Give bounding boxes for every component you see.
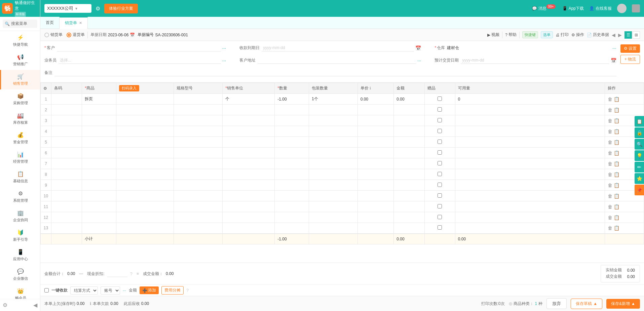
customer-more-icon[interactable]: ··· xyxy=(222,45,226,51)
gift-checkbox-5[interactable] xyxy=(438,140,442,144)
delete-row-13-button[interactable]: 🗑 xyxy=(608,225,612,231)
one-click-payment-checkbox[interactable] xyxy=(44,288,49,293)
gift-checkbox-11[interactable] xyxy=(438,204,442,208)
copy-row-13-button[interactable]: 📋 xyxy=(614,225,619,231)
view-list-button[interactable]: ☰ xyxy=(624,31,632,39)
user-avatar-2[interactable] xyxy=(632,4,640,12)
tab-home[interactable]: 首页 xyxy=(40,17,60,29)
copy-row-7-button[interactable]: 📋 xyxy=(614,161,619,166)
copy-row-11-button[interactable]: 📋 xyxy=(614,204,619,209)
sidebar-item-finance[interactable]: 💰 资金管理 xyxy=(0,128,40,148)
delete-row-6-button[interactable]: 🗑 xyxy=(608,150,612,156)
sidebar-item-marketing[interactable]: 📢 营销推广 xyxy=(0,50,40,70)
copy-row-3-button[interactable]: 📋 xyxy=(614,118,619,123)
tab-close-icon[interactable]: ✕ xyxy=(79,21,82,25)
gift-checkbox-7[interactable] xyxy=(438,161,442,165)
row-1-product[interactable]: 拆页 xyxy=(82,94,116,105)
float-pin-button[interactable]: 📌 xyxy=(635,185,644,195)
float-search-button[interactable]: 🔍 xyxy=(635,139,644,150)
nav-prev-icon[interactable]: ◀ xyxy=(612,32,615,38)
address-more-icon[interactable]: ··· xyxy=(417,58,421,63)
gift-checkbox-1[interactable] xyxy=(438,96,442,101)
row-1-quantity[interactable]: -1.00 xyxy=(275,94,309,105)
copy-row-8-button[interactable]: 📋 xyxy=(614,172,619,177)
gift-checkbox-10[interactable] xyxy=(438,193,442,198)
help-action[interactable]: ? 帮助 xyxy=(505,32,517,38)
account-more-icon[interactable]: ··· xyxy=(123,288,126,293)
user-avatar[interactable] xyxy=(617,4,627,13)
settings-button[interactable]: ⚙ 设置 xyxy=(620,44,640,53)
delete-row-5-button[interactable]: 🗑 xyxy=(608,140,612,145)
sidebar-item-operations[interactable]: 📊 经营管理 xyxy=(0,148,40,167)
payment-date-calendar-icon[interactable]: 📅 xyxy=(415,45,421,51)
sidebar-item-purchase[interactable]: 📦 采购管理 xyxy=(0,89,40,109)
sidebar-item-sales[interactable]: 🛒 销售管理 xyxy=(0,70,40,89)
salesperson-more-icon[interactable]: ··· xyxy=(222,58,226,63)
remarks-input[interactable] xyxy=(54,69,616,76)
save-new-button[interactable]: 保存&新增 ▲ xyxy=(606,299,640,309)
discard-button[interactable]: 放弃 xyxy=(546,298,567,309)
print-action[interactable]: 🖨 打印 xyxy=(556,32,569,38)
radio-sale[interactable]: 销货单 xyxy=(44,32,63,38)
sidebar-collapse-button[interactable]: ◀ xyxy=(33,302,37,308)
salesperson-input[interactable] xyxy=(59,57,221,64)
sidebar-item-app-center[interactable]: 📱 应用中心 xyxy=(0,245,40,265)
delete-row-8-button[interactable]: 🗑 xyxy=(608,172,612,177)
discount-input[interactable] xyxy=(107,271,127,277)
date-calendar-icon[interactable]: 📅 xyxy=(130,33,135,37)
expense-button[interactable]: 费用分摊 xyxy=(161,286,184,295)
float-light-button[interactable]: 💡 xyxy=(635,150,644,161)
sidebar-settings-button[interactable]: ⚙ xyxy=(3,302,7,308)
sidebar-item-member[interactable]: 👑 畅会员 xyxy=(0,284,40,299)
payment-date-input[interactable] xyxy=(262,44,414,51)
copy-row-9-button[interactable]: 📋 xyxy=(614,183,619,188)
company-selector[interactable]: XXXXXX公司 ▼ xyxy=(44,4,91,13)
video-action[interactable]: ▶ 视频 xyxy=(487,32,499,38)
copy-row-6-button[interactable]: 📋 xyxy=(614,150,619,156)
delete-row-3-button[interactable]: 🗑 xyxy=(608,118,612,123)
gift-checkbox-4[interactable] xyxy=(438,129,442,133)
delete-row-7-button[interactable]: 🗑 xyxy=(608,161,612,166)
gift-checkbox-3[interactable] xyxy=(438,118,442,122)
delete-row-11-button[interactable]: 🗑 xyxy=(608,204,612,209)
col-gear[interactable]: ⚙ xyxy=(41,83,51,94)
float-star-button[interactable]: ⭐ xyxy=(635,173,644,184)
copy-row-10-button[interactable]: 📋 xyxy=(614,193,619,199)
delete-row-10-button[interactable]: 🗑 xyxy=(608,193,612,199)
topbar-settings-button[interactable]: ⚙ xyxy=(94,4,102,13)
gift-checkbox-8[interactable] xyxy=(438,172,442,176)
copy-row-12-button[interactable]: 📋 xyxy=(614,215,619,220)
row-1-gift[interactable] xyxy=(424,94,455,105)
shortcut-button[interactable]: 快捷键 xyxy=(522,31,538,38)
add-payment-button[interactable]: ➕ 添加 xyxy=(140,286,159,294)
float-edit-button[interactable]: ✏ xyxy=(635,162,644,172)
warehouse-more-icon[interactable]: ··· xyxy=(612,45,616,51)
logistics-button[interactable]: + 物流 xyxy=(620,55,640,64)
float-lock-button[interactable]: 🔒 xyxy=(635,127,644,138)
sidebar-item-quick-nav[interactable]: ⚡ 快捷导航 xyxy=(0,31,40,50)
search-menu-button[interactable]: 🔍 搜索菜单 xyxy=(3,20,37,28)
app-download-button[interactable]: 📱 App下载 xyxy=(562,6,584,11)
customer-address-input[interactable] xyxy=(258,57,416,64)
delete-row-2-button[interactable]: 🗑 xyxy=(608,107,612,113)
copy-row-4-button[interactable]: 📋 xyxy=(614,129,619,134)
gift-checkbox-6[interactable] xyxy=(438,150,442,155)
sidebar-item-wechat[interactable]: 💬 企业微信 xyxy=(0,265,40,284)
view-grid-button[interactable]: ⊞ xyxy=(633,31,640,39)
delete-row-9-button[interactable]: 🗑 xyxy=(608,183,612,188)
scan-button[interactable]: 扫码录入 xyxy=(119,85,139,91)
float-note-button[interactable]: 📋 xyxy=(635,116,644,127)
copy-row-5-button[interactable]: 📋 xyxy=(614,140,619,145)
select-button[interactable]: 选单 xyxy=(541,31,553,38)
sidebar-item-basic-info[interactable]: 📋 基础信息 xyxy=(0,167,40,187)
gift-checkbox-9[interactable] xyxy=(438,183,442,187)
tab-sales-order[interactable]: 销货单 ✕ xyxy=(60,17,88,29)
save-draft-button[interactable]: 保存草稿 ▲ xyxy=(571,299,602,309)
delete-row-1-button[interactable]: 🗑 xyxy=(608,96,612,102)
delivery-date-calendar-icon[interactable]: 📅 xyxy=(611,58,616,63)
radio-return[interactable]: 退货单 xyxy=(67,32,85,38)
nav-next-icon[interactable]: ▶ xyxy=(618,32,622,38)
operate-action[interactable]: ⚙ 操作 xyxy=(571,32,584,38)
sidebar-item-system[interactable]: ⚙ 系统管理 xyxy=(0,187,40,206)
trial-button[interactable]: 体验行业方案 xyxy=(104,4,138,13)
